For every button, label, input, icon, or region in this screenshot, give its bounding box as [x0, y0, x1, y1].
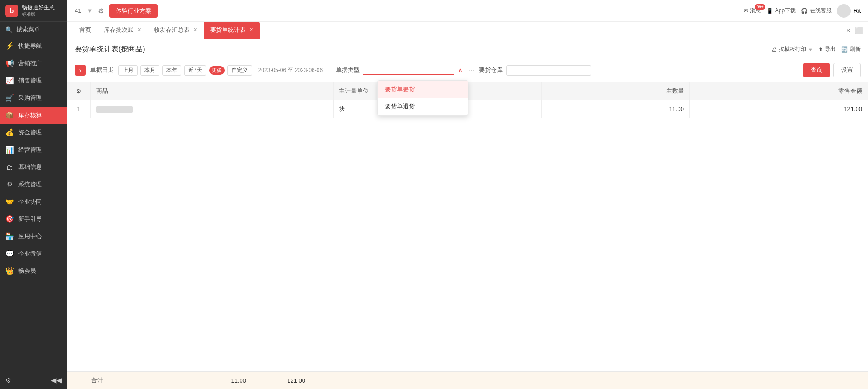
query-button[interactable]: 查询: [803, 63, 830, 77]
warehouse-filter: 要货仓库: [479, 65, 591, 76]
download-icon: 📱: [766, 8, 773, 14]
topbar: 41 ▼ ⚙ 体验行业方案 ✉ 消息 99+ 📱 App下载 🎧 在线客服 Ri…: [67, 0, 868, 22]
goods-name-placeholder: [96, 106, 133, 113]
user-area[interactable]: Rit: [837, 4, 861, 18]
wechat-icon: 💬: [5, 250, 14, 258]
footer-amount: 121.00: [246, 377, 305, 384]
date-this-month-btn[interactable]: 本月: [140, 65, 159, 76]
tab-close-receive-summary[interactable]: ✕: [193, 27, 197, 33]
search-icon: 🔍: [5, 26, 13, 33]
settings-button[interactable]: 设置: [833, 63, 861, 77]
tab-order-stats[interactable]: 要货单统计表 ✕: [204, 22, 260, 39]
doc-type-filter: 单据类型 ∧: [336, 66, 462, 75]
refresh-btn[interactable]: 🔄 刷新: [841, 46, 861, 53]
doc-type-dropdown: 要货单要货 要货单退货: [377, 80, 468, 116]
close-window-btn[interactable]: ✕: [846, 27, 851, 34]
settings-bottom-icon[interactable]: ⚙: [5, 377, 11, 384]
sidebar-collapse-button[interactable]: ◀◀: [51, 376, 62, 384]
user-avatar: [837, 4, 851, 18]
user-name: Rit: [853, 7, 861, 14]
sidebar-item-quick-nav[interactable]: ⚡ 快捷导航: [0, 37, 67, 55]
member-icon: 👑: [5, 267, 14, 275]
print-btn[interactable]: 🖨 按模板打印 ▼: [771, 46, 813, 53]
col-amount: 零售金额: [689, 82, 868, 100]
date-last-month-btn[interactable]: 上月: [118, 65, 138, 76]
filter-area: › 单据日期 上月 本月 本年 近7天 更多 自定义 2023-05-06 至 …: [67, 58, 868, 82]
col-settings[interactable]: ⚙: [67, 82, 90, 100]
industry-btn[interactable]: 体验行业方案: [109, 4, 158, 18]
sidebar-item-member[interactable]: 👑 畅会员: [0, 262, 67, 280]
date-last-7days-btn[interactable]: 近7天: [184, 65, 206, 76]
purchase-icon: 🛒: [5, 94, 14, 102]
message-badge: 99+: [755, 4, 765, 10]
doc-type-arrow-icon[interactable]: ∧: [458, 67, 462, 74]
export-btn[interactable]: ⬆ 导出: [818, 46, 836, 53]
topbar-gear-icon[interactable]: ⚙: [98, 7, 104, 15]
sales-icon: 📈: [5, 77, 14, 85]
footer-qty: 11.00: [187, 377, 246, 384]
app-download-btn[interactable]: 📱 App下载: [766, 7, 796, 15]
sidebar-item-appstore[interactable]: 🏪 应用中心: [0, 228, 67, 245]
topbar-number: 41: [75, 7, 81, 14]
filter-more-btn[interactable]: ···: [469, 67, 474, 74]
basic-icon: 🗂: [5, 164, 14, 171]
filter-toggle-button[interactable]: ›: [75, 65, 86, 76]
row-amount: 121.00: [689, 100, 868, 118]
sidebar-bottom: ⚙ ◀◀: [0, 371, 67, 389]
sidebar-item-inventory[interactable]: 📦 库存核算: [0, 107, 67, 124]
online-service-btn[interactable]: 🎧 在线客服: [801, 7, 832, 15]
guide-icon: 🎯: [5, 215, 14, 223]
filter-action-btns: 查询 设置: [803, 63, 861, 77]
service-icon: 🎧: [801, 8, 808, 14]
row-goods: [90, 100, 333, 118]
date-custom-btn[interactable]: 自定义: [227, 65, 252, 76]
date-shortcuts: 上月 本月 本年 近7天 更多 自定义: [118, 65, 252, 76]
table-footer: 合计 11.00 121.00: [67, 371, 868, 389]
row-qty: 11.00: [541, 100, 689, 118]
sidebar-item-marketing[interactable]: 📢 营销推广: [0, 55, 67, 72]
col-goods: 商品: [90, 82, 333, 100]
tab-home[interactable]: 首页: [73, 22, 98, 39]
sidebar-item-operations[interactable]: 📊 经营管理: [0, 141, 67, 159]
sidebar-item-wechat[interactable]: 💬 企业微信: [0, 245, 67, 262]
dropdown-item-order-goods[interactable]: 要货单要货: [378, 81, 468, 98]
sidebar-item-basic[interactable]: 🗂 基础信息: [0, 159, 67, 176]
sidebar-item-enterprise[interactable]: 🤝 企业协同: [0, 193, 67, 210]
sidebar-item-finance[interactable]: 💰 资金管理: [0, 124, 67, 141]
marketing-icon: 📢: [5, 59, 14, 67]
maximize-window-btn[interactable]: ⬜: [855, 27, 863, 34]
appstore-icon: 🏪: [5, 232, 14, 241]
tab-inventory-batch[interactable]: 库存批次账 ✕: [98, 22, 148, 39]
refresh-icon: 🔄: [841, 46, 848, 53]
warehouse-input[interactable]: [506, 65, 591, 76]
tab-row: 首页 库存批次账 ✕ 收发存汇总表 ✕ 要货单统计表 ✕ ✕ ⬜: [67, 22, 868, 39]
date-this-year-btn[interactable]: 本年: [162, 65, 181, 76]
tab-close-inventory-batch[interactable]: ✕: [137, 27, 141, 33]
doc-type-input[interactable]: [363, 66, 454, 75]
app-logo-text: 畅捷通好生意 标准版: [22, 4, 55, 17]
page-title: 要货单统计表(按商品): [75, 45, 145, 54]
sidebar-item-sales[interactable]: 📈 销售管理: [0, 72, 67, 89]
sidebar-logo: b 畅捷通好生意 标准版: [0, 0, 67, 22]
tab-close-order-stats[interactable]: ✕: [249, 27, 253, 33]
page-actions: 🖨 按模板打印 ▼ ⬆ 导出 🔄 刷新: [771, 46, 861, 53]
warehouse-label: 要货仓库: [479, 66, 503, 74]
dropdown-item-order-return[interactable]: 要货单退货: [378, 98, 468, 115]
page-header: 要货单统计表(按商品) 🖨 按模板打印 ▼ ⬆ 导出 🔄 刷新: [67, 39, 868, 58]
content-area: 要货单统计表(按商品) 🖨 按模板打印 ▼ ⬆ 导出 🔄 刷新 ›: [67, 39, 868, 389]
export-icon: ⬆: [818, 46, 823, 53]
sidebar-item-guide[interactable]: 🎯 新手引导: [0, 210, 67, 228]
sidebar-nav: ⚡ 快捷导航 📢 营销推广 📈 销售管理 🛒 采购管理 📦 库存核算 💰 资金管…: [0, 37, 67, 371]
date-more-badge[interactable]: 更多: [209, 66, 225, 75]
sidebar-item-purchase[interactable]: 🛒 采购管理: [0, 89, 67, 107]
sidebar-search[interactable]: 🔍 搜索菜单: [0, 22, 67, 37]
col-qty: 主数量: [541, 82, 689, 100]
table-area: ⚙ 商品 主计量单位 主数量 零售金额 1 块 11.00: [67, 82, 868, 371]
messages-btn[interactable]: ✉ 消息 99+: [744, 7, 761, 15]
tab-receive-summary[interactable]: 收发存汇总表 ✕: [148, 22, 204, 39]
print-dropdown-icon: ▼: [808, 47, 813, 52]
sidebar-item-system[interactable]: ⚙ 系统管理: [0, 176, 67, 193]
topbar-separator: ▼: [87, 7, 92, 14]
inventory-icon: 📦: [5, 111, 14, 119]
date-filter-label: 单据日期: [90, 66, 114, 74]
